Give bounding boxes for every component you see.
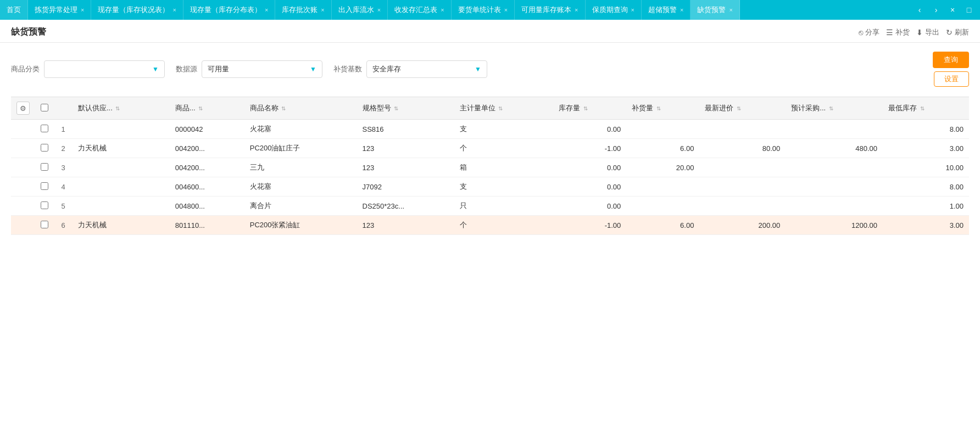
col-checkbox[interactable]	[35, 97, 54, 120]
nav-tab-available[interactable]: 可用量库存账本 ×	[515, 0, 585, 20]
datasource-filter-group: 数据源 可用量 ▼	[176, 60, 322, 78]
row-product-name: 火花塞	[244, 177, 357, 197]
row-replenish-qty: 6.00	[626, 216, 699, 235]
row-checkbox[interactable]	[41, 201, 48, 209]
replenish-base-select[interactable]: 安全库存 ▼	[366, 60, 487, 78]
row-checkbox[interactable]	[41, 125, 48, 132]
table-row: 4 004600... 火花塞 J7092 支 0.00 8.00	[11, 177, 969, 197]
datasource-select[interactable]: 可用量 ▼	[202, 60, 322, 78]
settings-button[interactable]: 设置	[934, 71, 969, 87]
row-checkbox-cell[interactable]	[35, 216, 54, 235]
nav-maximize-btn[interactable]: □	[961, 2, 977, 18]
row-checkbox-cell[interactable]	[35, 139, 54, 158]
col-min-stock[interactable]: 最低库存 ⇅	[883, 97, 969, 120]
nav-prev-btn[interactable]: ‹	[912, 2, 927, 18]
row-checkbox[interactable]	[41, 221, 48, 228]
close-tab-inout[interactable]: ×	[377, 7, 381, 13]
sort-spec-icon: ⇅	[394, 105, 398, 111]
row-unit: 箱	[454, 158, 554, 177]
filter-area: 商品分类 ▼ 数据源 可用量 ▼ 补货基数 安全库存 ▼ 查询 设置	[0, 43, 980, 91]
row-number: 4	[54, 177, 73, 197]
col-product-name[interactable]: 商品名称 ⇅	[244, 97, 357, 120]
main-area: 缺货预警 ⎋ 分享 ☰ 补货 ⬇ 导出 ↻ 刷新 商品分类	[0, 20, 980, 437]
page-title: 缺货预警	[11, 26, 46, 38]
refresh-button[interactable]: ↻ 刷新	[946, 27, 969, 37]
col-supplier[interactable]: 默认供应... ⇅	[73, 97, 170, 120]
col-unit[interactable]: 主计量单位 ⇅	[454, 97, 554, 120]
close-tab-stock-status[interactable]: ×	[172, 7, 176, 13]
export-button[interactable]: ⬇ 导出	[916, 27, 939, 37]
row-settings-cell	[11, 197, 35, 216]
row-supplier	[73, 158, 170, 177]
row-product-name: 火花塞	[244, 120, 357, 139]
row-product-name: 离合片	[244, 197, 357, 216]
row-product-name: PC200张紧油缸	[244, 216, 357, 235]
row-supplier	[73, 197, 170, 216]
close-tab-stock-dist[interactable]: ×	[265, 7, 268, 13]
nav-tab-expiry[interactable]: 保质期查询 ×	[586, 0, 642, 20]
col-latest-price[interactable]: 最新进价 ⇅	[699, 97, 786, 120]
row-est-purchase	[786, 197, 883, 216]
col-product-code[interactable]: 商品... ⇅	[170, 97, 244, 120]
close-tab-picking[interactable]: ×	[81, 7, 84, 13]
nav-tab-stock-dist[interactable]: 现存量（库存分布表） ×	[183, 0, 275, 20]
row-product-code: 004600...	[170, 177, 244, 197]
column-settings-icon[interactable]: ⚙	[16, 102, 30, 115]
table-body: 1 0000042 火花塞 SS816 支 0.00 8.00 2 力天机械 0…	[11, 120, 969, 235]
refresh-icon: ↻	[946, 28, 953, 37]
col-stock[interactable]: 库存量 ⇅	[553, 97, 626, 120]
row-checkbox-cell[interactable]	[35, 120, 54, 139]
close-tab-order[interactable]: ×	[504, 7, 508, 13]
row-est-purchase: 1200.00	[786, 216, 883, 235]
col-est-purchase[interactable]: 预计采购... ⇅	[786, 97, 883, 120]
nav-tab-picking[interactable]: 拣货异常处理 ×	[28, 0, 91, 20]
nav-next-btn[interactable]: ›	[928, 2, 944, 18]
row-product-code: 004800...	[170, 197, 244, 216]
header-actions: ⎋ 分享 ☰ 补货 ⬇ 导出 ↻ 刷新	[859, 27, 969, 37]
col-replenish[interactable]: 补货量 ⇅	[626, 97, 699, 120]
nav-tab-summary[interactable]: 收发存汇总表 ×	[388, 0, 451, 20]
table-row: 5 004800... 离合片 DS250*23c... 只 0.00 1.00	[11, 197, 969, 216]
col-settings[interactable]: ⚙	[11, 97, 35, 120]
col-spec[interactable]: 规格型号 ⇅	[357, 97, 454, 120]
close-tab-available[interactable]: ×	[575, 7, 578, 13]
category-arrow-icon: ▼	[152, 65, 159, 73]
close-tab-expiry[interactable]: ×	[631, 7, 634, 13]
nav-tab-inout[interactable]: 出入库流水 ×	[332, 0, 388, 20]
row-checkbox-cell[interactable]	[35, 197, 54, 216]
row-checkbox[interactable]	[41, 182, 48, 190]
row-checkbox[interactable]	[41, 144, 48, 152]
nav-close-btn[interactable]: ×	[945, 2, 960, 18]
row-unit: 支	[454, 177, 554, 197]
category-select[interactable]: ▼	[44, 60, 165, 78]
row-checkbox-cell[interactable]	[35, 158, 54, 177]
close-tab-batch[interactable]: ×	[321, 7, 324, 13]
nav-tab-shortage[interactable]: 缺货预警 ×	[691, 0, 739, 20]
replenish-base-label: 补货基数	[333, 64, 362, 74]
sort-stock-icon: ⇅	[583, 105, 588, 111]
close-tab-overstock[interactable]: ×	[680, 7, 683, 13]
nav-tab-home[interactable]: 首页	[0, 0, 28, 20]
row-replenish-qty	[626, 120, 699, 139]
row-unit: 个	[454, 216, 554, 235]
select-all-checkbox[interactable]	[41, 104, 48, 111]
row-settings-cell	[11, 158, 35, 177]
replenish-button[interactable]: ☰ 补货	[886, 27, 910, 37]
table-row: 6 力天机械 801110... PC200张紧油缸 123 个 -1.00 6…	[11, 216, 969, 235]
sort-code-icon: ⇅	[198, 105, 203, 111]
row-checkbox[interactable]	[41, 163, 48, 171]
close-tab-summary[interactable]: ×	[441, 7, 444, 13]
nav-tab-stock-status[interactable]: 现存量（库存状况表） ×	[91, 0, 183, 20]
share-button[interactable]: ⎋ 分享	[859, 27, 879, 37]
nav-tab-batch[interactable]: 库存批次账 ×	[275, 0, 331, 20]
close-tab-shortage[interactable]: ×	[729, 7, 732, 13]
replenish-base-value: 安全库存	[372, 64, 401, 74]
row-product-code: 004200...	[170, 158, 244, 177]
filter-actions: 查询 设置	[933, 52, 969, 87]
nav-tab-order[interactable]: 要货单统计表 ×	[452, 0, 515, 20]
row-checkbox-cell[interactable]	[35, 177, 54, 197]
nav-tab-overstock[interactable]: 超储预警 ×	[642, 0, 691, 20]
query-button[interactable]: 查询	[933, 52, 969, 68]
row-settings-cell	[11, 216, 35, 235]
replenish-base-filter-group: 补货基数 安全库存 ▼	[333, 60, 487, 78]
